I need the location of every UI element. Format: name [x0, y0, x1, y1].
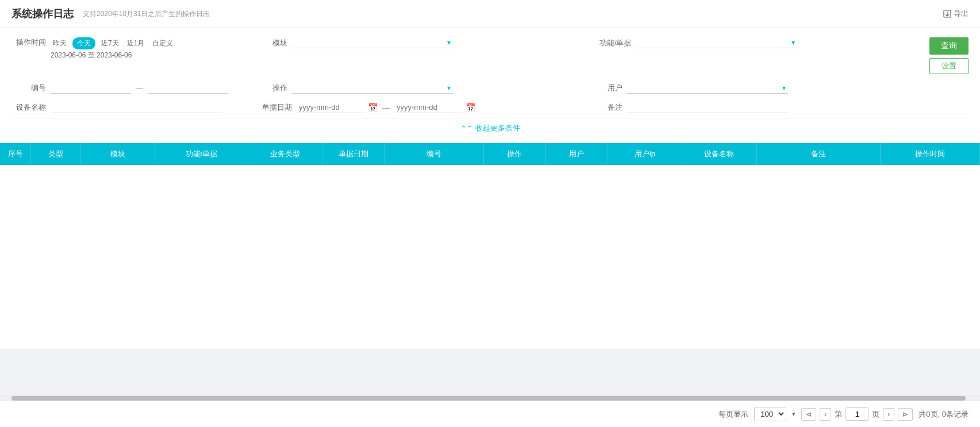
settings-button[interactable]: 设置 [929, 58, 969, 74]
per-page-select[interactable]: 100 10 20 50 200 [754, 407, 786, 421]
time-btn-1month[interactable]: 近1月 [125, 37, 147, 49]
page-title: 系统操作日志 [11, 7, 74, 21]
page-wrapper: 系统操作日志 支持2020年10月31日之后产生的操作日志 导出 操作时间 昨天… [0, 0, 980, 427]
time-btn-7days[interactable]: 近7天 [99, 37, 121, 49]
calendar-end-icon[interactable]: 📅 [466, 103, 475, 112]
header-subtitle: 支持2020年10月31日之后产生的操作日志 [83, 9, 210, 19]
time-options: 昨天 今天 近7天 近1月 自定义 [51, 37, 175, 49]
module-label: 模块 [253, 38, 287, 48]
time-btn-today[interactable]: 今天 [72, 37, 95, 49]
date-dash: — [382, 103, 390, 112]
chevron-down-icon: ▾ [792, 410, 795, 418]
collapse-label: 收起更多条件 [475, 123, 520, 133]
time-picker: 昨天 今天 近7天 近1月 自定义 2023-06-06 至 2023-06-0… [51, 37, 175, 60]
feature-group: 功能/单据 ▾ [586, 37, 918, 48]
device-input[interactable] [51, 102, 223, 113]
first-page-button[interactable]: ⊲ [801, 408, 816, 421]
operation-time-group: 操作时间 昨天 今天 近7天 近1月 自定义 2023-06-06 至 2023… [11, 37, 253, 60]
col-user-ip: 用户ip [608, 143, 682, 165]
last-page-button[interactable]: ⊳ [898, 408, 913, 421]
filter-area: 操作时间 昨天 今天 近7天 近1月 自定义 2023-06-06 至 2023… [0, 28, 980, 143]
remark-group: 备注 [577, 102, 900, 113]
empty-cell [0, 165, 980, 349]
per-page-label: 每页显示 [718, 409, 748, 420]
col-user: 用户 [545, 143, 608, 165]
col-device: 设备名称 [682, 143, 756, 165]
query-button[interactable]: 查询 [929, 37, 969, 55]
date-start-input[interactable] [297, 102, 366, 113]
user-group: 用户 ▾ [577, 83, 900, 94]
calendar-start-icon[interactable]: 📅 [368, 103, 378, 112]
page-label: 第 [835, 409, 842, 420]
page-unit: 页 [872, 409, 879, 420]
collapse-row[interactable]: ⌃⌃ 收起更多条件 [11, 118, 969, 138]
user-label: 用户 [577, 83, 622, 93]
table-header: 序号 类型 模块 功能/单据 业务类型 单据日期 编号 操作 用户 用户ip 设… [0, 143, 980, 165]
page-number-input[interactable] [846, 407, 868, 421]
operation-time-label: 操作时间 [11, 37, 46, 48]
module-select[interactable]: ▾ [292, 37, 453, 48]
collapse-content: ⌃⌃ 收起更多条件 [460, 123, 520, 133]
export-button[interactable]: 导出 [943, 9, 969, 19]
col-index: 序号 [0, 143, 31, 165]
device-group: 设备名称 [11, 102, 253, 113]
number-start-input[interactable] [51, 82, 131, 94]
number-dash: — [136, 84, 143, 93]
col-remark: 备注 [756, 143, 881, 165]
doc-date-group: 单据日期 📅 — 📅 [253, 102, 577, 113]
total-records-label: 共0页, 0条记录 [918, 409, 969, 420]
user-select[interactable]: ▾ [627, 83, 788, 94]
remark-label: 备注 [577, 102, 622, 113]
pagination: ⊲ ‹ 第 页 › ⊳ [801, 407, 913, 421]
data-table: 序号 类型 模块 功能/单据 业务类型 单据日期 编号 操作 用户 用户ip 设… [0, 143, 980, 349]
col-feature: 功能/单据 [155, 143, 248, 165]
table-wrapper: 序号 类型 模块 功能/单据 业务类型 单据日期 编号 操作 用户 用户ip 设… [0, 143, 980, 395]
feature-label: 功能/单据 [586, 38, 632, 48]
collapse-chevron-icon: ⌃⌃ [460, 124, 473, 133]
col-doc-date: 单据日期 [322, 143, 385, 165]
time-btn-custom[interactable]: 自定义 [150, 37, 175, 49]
operation-group: 操作 ▾ [253, 83, 577, 94]
table-body [0, 165, 980, 349]
scrollbar-thumb[interactable] [11, 396, 966, 401]
doc-date-label: 单据日期 [253, 102, 292, 113]
number-label: 编号 [11, 83, 46, 93]
feature-chevron-icon: ▾ [791, 39, 795, 47]
col-biz-type: 业务类型 [248, 143, 322, 165]
prev-page-button[interactable]: ‹ [820, 408, 831, 421]
time-range-display: 2023-06-06 至 2023-06-06 [51, 51, 175, 60]
horizontal-scrollbar[interactable] [0, 395, 980, 401]
action-buttons: 查询 设置 [929, 37, 969, 74]
user-chevron-icon: ▾ [782, 84, 786, 92]
time-btn-yesterday[interactable]: 昨天 [51, 37, 69, 49]
operation-label: 操作 [253, 83, 287, 93]
date-end-group: 📅 [394, 102, 475, 113]
header-left: 系统操作日志 支持2020年10月31日之后产生的操作日志 [11, 7, 210, 21]
number-group: 编号 — [11, 82, 253, 94]
table-header-row: 序号 类型 模块 功能/单据 业务类型 单据日期 编号 操作 用户 用户ip 设… [0, 143, 980, 165]
col-number: 编号 [385, 143, 484, 165]
export-icon [943, 10, 951, 18]
page-header: 系统操作日志 支持2020年10月31日之后产生的操作日志 导出 [0, 0, 980, 28]
device-label: 设备名称 [11, 102, 46, 113]
empty-row [0, 165, 980, 349]
date-end-input[interactable] [394, 102, 463, 113]
feature-select[interactable]: ▾ [636, 37, 797, 48]
date-start-group: 📅 [297, 102, 378, 113]
col-module: 模块 [80, 143, 155, 165]
module-chevron-icon: ▾ [447, 39, 451, 47]
module-group: 模块 ▾ [253, 37, 586, 48]
operation-select[interactable]: ▾ [292, 83, 453, 94]
remark-input[interactable] [627, 102, 788, 113]
col-operation: 操作 [483, 143, 545, 165]
next-page-button[interactable]: › [883, 408, 894, 421]
number-end-input[interactable] [148, 82, 228, 94]
col-type: 类型 [31, 143, 80, 165]
col-op-time: 操作时间 [881, 143, 980, 165]
table-footer: 每页显示 100 10 20 50 200 ▾ ⊲ ‹ 第 页 › ⊳ 共0页,… [0, 401, 980, 427]
operation-chevron-icon: ▾ [447, 84, 451, 92]
